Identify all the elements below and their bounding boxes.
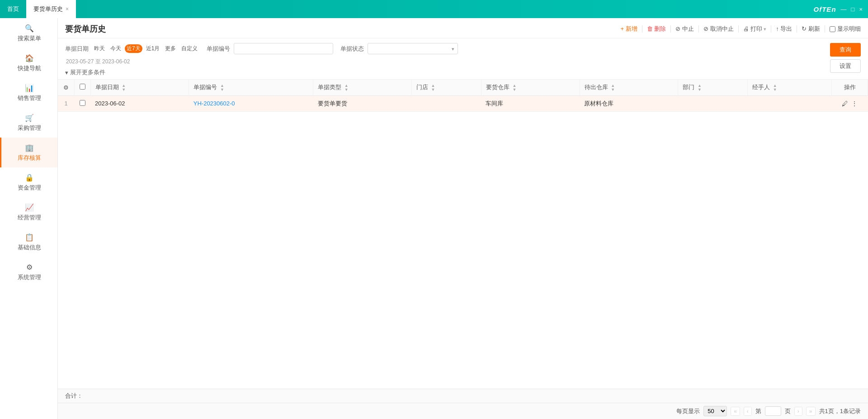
th-handler-label: 经手人 (752, 84, 770, 90)
date-custom[interactable]: 自定义 (179, 44, 199, 53)
date-filter-group: 单据日期 昨天 今天 近7天 近1月 更多 自定义 (65, 44, 199, 53)
show-detail-toggle[interactable]: 显示明细 (830, 25, 861, 33)
filter-settings-button[interactable]: 设置 (830, 59, 861, 73)
sidebar-item-inventory[interactable]: 🏢 库存核算 (0, 138, 57, 167)
page-unit: 页 (785, 407, 791, 415)
query-button[interactable]: 查询 (830, 43, 861, 57)
store-sort-icon[interactable]: ▲▼ (431, 84, 435, 92)
sidebar-item-sales-label: 销售管理 (18, 94, 41, 102)
th-number-label: 单据编号 (193, 84, 217, 90)
date-sort-icon[interactable]: ▲▼ (122, 84, 126, 92)
th-actions-label: 操作 (844, 84, 856, 90)
status-select[interactable] (368, 43, 458, 54)
close-btn[interactable]: × (859, 6, 863, 13)
main-table: 单据日期 ▲▼ 单据编号 ▲▼ 单据类型 ▲▼ 门店 (58, 80, 868, 112)
th-store: 门店 ▲▼ (411, 80, 481, 95)
number-sort-icon[interactable]: ▲▼ (220, 84, 224, 92)
department-sort-icon[interactable]: ▲▼ (698, 84, 702, 92)
date-last-month[interactable]: 近1月 (144, 44, 162, 53)
order-number-link[interactable]: YH-20230602-0 (193, 100, 235, 107)
th-actions: 操作 (832, 80, 868, 95)
refresh-button[interactable]: ↻ 刷新 (802, 25, 820, 33)
sidebar-item-shortcut-label: 快捷导航 (18, 64, 41, 72)
stop-button[interactable]: ⊘ 中止 (675, 25, 694, 33)
select-all-checkbox[interactable] (80, 84, 85, 90)
sidebar-item-search-label: 搜索菜单 (18, 34, 41, 43)
purchase-icon: 🛒 (25, 113, 34, 122)
export-button[interactable]: ↑ 导出 (776, 25, 792, 33)
th-handler: 经手人 ▲▼ (748, 80, 832, 95)
order-number-input[interactable] (234, 43, 333, 54)
divider-7 (825, 25, 825, 33)
new-button[interactable]: + 新增 (621, 25, 637, 33)
show-detail-checkbox[interactable] (830, 26, 835, 32)
sidebar-item-sales[interactable]: 📊 销售管理 (0, 78, 57, 108)
divider-2 (670, 25, 671, 33)
cell-to-warehouse: 原材料仓库 (580, 95, 678, 111)
maximize-btn[interactable]: □ (851, 6, 855, 13)
last-page-btn[interactable]: » (806, 407, 816, 416)
content-area: 要货单历史 + 新增 🗑 删除 ⊘ 中止 ⊘ 取消中止 🖨 打印 ▾ ↑ 导出 … (58, 18, 868, 419)
sidebar-item-basic-label: 基础信息 (18, 243, 41, 252)
date-last7[interactable]: 近7天 (125, 44, 142, 53)
page-label: 第 (755, 407, 761, 415)
row-more-icon[interactable]: ⋮ (850, 99, 859, 108)
date-today[interactable]: 今天 (108, 44, 123, 53)
print-dropdown-icon[interactable]: ▾ (764, 26, 766, 32)
row-checkbox-cell (74, 95, 90, 111)
sidebar-item-operations[interactable]: 📈 经营管理 (0, 197, 57, 227)
sidebar-item-system[interactable]: ⚙ 系统管理 (0, 257, 57, 287)
cell-number: YH-20230602-0 (189, 95, 313, 111)
tab-bar: 首页 要货单历史 × (0, 0, 808, 18)
cell-from-warehouse: 车间库 (481, 95, 580, 111)
row-edit-icon[interactable]: 🖊 (841, 99, 849, 108)
tab-history-close[interactable]: × (66, 6, 69, 12)
tab-home-label: 首页 (7, 5, 19, 13)
sidebar-item-shortcut[interactable]: 🏠 快捷导航 (0, 48, 57, 78)
total-info: 共1页，1条记录 (819, 407, 861, 415)
expand-more-label: 展开更多条件 (70, 68, 105, 76)
show-detail-label: 显示明细 (837, 25, 861, 33)
toolbar: + 新增 🗑 删除 ⊘ 中止 ⊘ 取消中止 🖨 打印 ▾ ↑ 导出 ↻ 刷新 (621, 25, 861, 33)
sidebar-item-operations-label: 经营管理 (18, 214, 41, 222)
page-size-label: 每页显示 (676, 407, 700, 415)
divider-4 (738, 25, 739, 33)
tab-home[interactable]: 首页 (0, 0, 26, 18)
sidebar-item-basic[interactable]: 📋 基础信息 (0, 227, 57, 257)
date-yesterday[interactable]: 昨天 (92, 44, 107, 53)
to-warehouse-sort-icon[interactable]: ▲▼ (611, 84, 615, 92)
cell-department (678, 95, 748, 111)
page-number-input[interactable]: 1 (765, 406, 781, 416)
date-more[interactable]: 更多 (163, 44, 178, 53)
sidebar-item-finance-label: 资金管理 (18, 184, 41, 192)
cell-handler (748, 95, 832, 111)
sidebar-item-system-label: 系统管理 (18, 273, 41, 281)
th-number: 单据编号 ▲▼ (189, 80, 313, 95)
minimize-btn[interactable]: — (841, 6, 847, 13)
brand-text: OfTEn (814, 5, 836, 13)
settings-gear-icon[interactable] (63, 84, 69, 91)
sidebar-item-purchase[interactable]: 🛒 采购管理 (0, 108, 57, 138)
first-page-btn[interactable]: « (731, 407, 740, 416)
inventory-icon: 🏢 (25, 143, 34, 152)
th-department: 部门 ▲▼ (678, 80, 748, 95)
divider-1 (642, 25, 642, 33)
print-button[interactable]: 🖨 打印 ▾ (743, 25, 767, 33)
from-warehouse-sort-icon[interactable]: ▲▼ (512, 84, 516, 92)
prev-page-btn[interactable]: ‹ (744, 407, 752, 416)
delete-button[interactable]: 🗑 删除 (647, 25, 666, 33)
row-checkbox[interactable] (80, 100, 85, 106)
next-page-btn[interactable]: › (794, 407, 802, 416)
sidebar: 🔍 搜索菜单 🏠 快捷导航 📊 销售管理 🛒 采购管理 🏢 库存核算 🔒 资金管… (0, 18, 58, 419)
order-number-label: 单据编号 (207, 45, 230, 53)
handler-sort-icon[interactable]: ▲▼ (773, 84, 777, 92)
sidebar-item-search[interactable]: 🔍 搜索菜单 (0, 18, 57, 48)
status-filter-group: 单据状态 (340, 43, 458, 54)
page-size-select[interactable]: 20 50 100 200 (703, 406, 727, 416)
tab-history[interactable]: 要货单历史 × (26, 0, 76, 18)
type-sort-icon[interactable]: ▲▼ (344, 84, 349, 92)
sidebar-item-finance[interactable]: 🔒 资金管理 (0, 167, 57, 197)
sidebar-item-purchase-label: 采购管理 (18, 124, 41, 132)
cancel-stop-button[interactable]: ⊘ 取消中止 (703, 25, 734, 33)
expand-more-btn[interactable]: ▾ 展开更多条件 (65, 66, 821, 79)
